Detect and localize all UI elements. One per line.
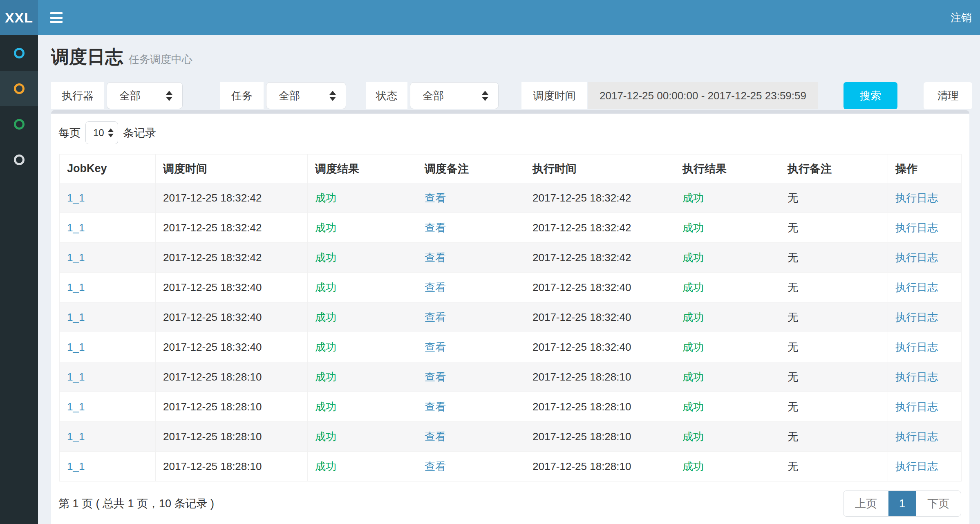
logout-link[interactable]: 注销 — [951, 11, 972, 25]
executor-filter-group: 执行器 全部 — [51, 82, 183, 109]
table-header-row: JobKey调度时间调度结果调度备注执行时间执行结果执行备注操作 — [60, 155, 962, 183]
log-panel: 每页 10 条记录 JobKey调度时间调度结果调度备注执行时间执行结果执行备注… — [51, 110, 969, 524]
trigger-msg-link[interactable]: 查看 — [425, 460, 446, 472]
column-header: 操作 — [888, 155, 962, 183]
execution-log-link[interactable]: 执行日志 — [895, 311, 938, 323]
clear-button[interactable]: 清理 — [924, 82, 972, 109]
sidebar-item-1[interactable] — [0, 35, 38, 71]
table-body: 1_1 2017-12-25 18:32:42 成功 查看 2017-12-25… — [60, 183, 962, 481]
handle-result-cell: 成功 — [682, 251, 704, 264]
jobkey-link[interactable]: 1_1 — [67, 460, 85, 472]
status-label: 状态 — [366, 82, 407, 109]
jobkey-link[interactable]: 1_1 — [67, 192, 85, 204]
select-stepper-icon — [108, 128, 114, 137]
trigger-msg-link[interactable]: 查看 — [425, 401, 446, 413]
execution-log-link[interactable]: 执行日志 — [895, 401, 938, 413]
circle-icon — [14, 119, 25, 130]
trigger-result-cell: 成功 — [315, 430, 336, 443]
hamburger-icon — [50, 12, 63, 14]
handle-result-cell: 成功 — [682, 430, 704, 443]
handle-msg-cell: 无 — [788, 222, 798, 234]
circle-icon — [14, 48, 25, 58]
sidebar-item-2[interactable] — [0, 71, 38, 106]
execution-log-link[interactable]: 执行日志 — [895, 430, 938, 443]
execution-log-link[interactable]: 执行日志 — [895, 222, 938, 234]
select-stepper-icon — [166, 91, 172, 101]
handle-time-cell: 2017-12-25 18:32:40 — [533, 281, 631, 293]
table-row: 1_1 2017-12-25 18:28:10 成功 查看 2017-12-25… — [60, 422, 962, 452]
trigger-msg-link[interactable]: 查看 — [425, 430, 446, 443]
prev-page-button[interactable]: 上页 — [844, 491, 888, 516]
handle-msg-cell: 无 — [788, 341, 798, 353]
schedule-time-filter-group: 调度时间 2017-12-25 00:00:00 - 2017-12-25 23… — [521, 82, 818, 109]
sidebar-toggle-button[interactable] — [50, 12, 64, 23]
schedule-time-input[interactable]: 2017-12-25 00:00:00 - 2017-12-25 23:59:5… — [588, 82, 818, 109]
jobkey-link[interactable]: 1_1 — [67, 341, 85, 353]
jobkey-link[interactable]: 1_1 — [67, 251, 85, 264]
log-table: JobKey调度时间调度结果调度备注执行时间执行结果执行备注操作 1_1 201… — [59, 154, 962, 481]
jobkey-link[interactable]: 1_1 — [67, 371, 85, 383]
hamburger-icon — [50, 21, 63, 23]
handle-result-cell: 成功 — [682, 460, 704, 472]
column-header: 执行备注 — [780, 155, 888, 183]
handle-result-cell: 成功 — [682, 341, 704, 353]
trigger-time-cell: 2017-12-25 18:28:10 — [163, 401, 262, 413]
trigger-msg-link[interactable]: 查看 — [425, 192, 446, 204]
page-size-value: 10 — [93, 127, 104, 139]
execution-log-link[interactable]: 执行日志 — [895, 251, 938, 264]
job-select[interactable]: 全部 — [266, 82, 346, 109]
handle-time-cell: 2017-12-25 18:28:10 — [533, 460, 631, 472]
page-title: 调度日志 — [51, 47, 123, 67]
trigger-msg-link[interactable]: 查看 — [425, 341, 446, 353]
sidebar-item-3[interactable] — [0, 106, 38, 142]
execution-log-link[interactable]: 执行日志 — [895, 460, 938, 472]
execution-log-link[interactable]: 执行日志 — [895, 371, 938, 383]
app-logo[interactable]: XXL — [0, 0, 38, 35]
trigger-msg-link[interactable]: 查看 — [425, 371, 446, 383]
handle-time-cell: 2017-12-25 18:32:40 — [533, 311, 631, 323]
next-page-button[interactable]: 下页 — [916, 491, 961, 516]
handle-result-cell: 成功 — [682, 311, 704, 323]
app-root: XXL 注销 调度日志任务调度中心 执行器 全部 任务 — [0, 0, 980, 524]
current-page-button[interactable]: 1 — [888, 491, 916, 516]
execution-log-link[interactable]: 执行日志 — [895, 281, 938, 293]
jobkey-link[interactable]: 1_1 — [67, 222, 85, 234]
jobkey-link[interactable]: 1_1 — [67, 281, 85, 293]
page-size-select[interactable]: 10 — [85, 121, 118, 144]
trigger-msg-link[interactable]: 查看 — [425, 222, 446, 234]
handle-result-cell: 成功 — [682, 222, 704, 234]
handle-msg-cell: 无 — [788, 371, 798, 383]
handle-time-cell: 2017-12-25 18:28:10 — [533, 371, 631, 383]
pagination-summary: 第 1 页 ( 总共 1 页，10 条记录 ) — [58, 496, 214, 511]
page-size-row: 每页 10 条记录 — [58, 121, 969, 144]
table-row: 1_1 2017-12-25 18:28:10 成功 查看 2017-12-25… — [60, 392, 962, 422]
trigger-result-cell: 成功 — [315, 311, 336, 323]
status-filter-group: 状态 全部 — [366, 82, 499, 109]
table-row: 1_1 2017-12-25 18:32:42 成功 查看 2017-12-25… — [60, 183, 962, 213]
table-row: 1_1 2017-12-25 18:32:40 成功 查看 2017-12-25… — [60, 302, 962, 332]
executor-select[interactable]: 全部 — [107, 82, 183, 109]
execution-log-link[interactable]: 执行日志 — [895, 192, 938, 204]
column-header: 执行结果 — [675, 155, 780, 183]
handle-msg-cell: 无 — [788, 192, 798, 204]
handle-msg-cell: 无 — [788, 430, 798, 443]
search-button[interactable]: 搜索 — [844, 82, 897, 109]
column-header: 调度备注 — [417, 155, 525, 183]
select-stepper-icon — [482, 91, 488, 101]
status-select[interactable]: 全部 — [410, 82, 499, 109]
trigger-time-cell: 2017-12-25 18:32:42 — [163, 251, 262, 264]
handle-time-cell: 2017-12-25 18:28:10 — [533, 430, 631, 443]
sidebar-item-4[interactable] — [0, 142, 38, 177]
job-filter-group: 任务 全部 — [220, 82, 346, 109]
trigger-msg-link[interactable]: 查看 — [425, 251, 446, 264]
trigger-msg-link[interactable]: 查看 — [425, 281, 446, 293]
page-size-suffix: 条记录 — [123, 125, 156, 140]
execution-log-link[interactable]: 执行日志 — [895, 341, 938, 353]
jobkey-link[interactable]: 1_1 — [67, 311, 85, 323]
trigger-msg-link[interactable]: 查看 — [425, 311, 446, 323]
job-label: 任务 — [220, 82, 264, 109]
trigger-time-cell: 2017-12-25 18:32:42 — [163, 192, 262, 204]
jobkey-link[interactable]: 1_1 — [67, 430, 85, 443]
jobkey-link[interactable]: 1_1 — [67, 401, 85, 413]
trigger-time-cell: 2017-12-25 18:32:40 — [163, 281, 262, 293]
